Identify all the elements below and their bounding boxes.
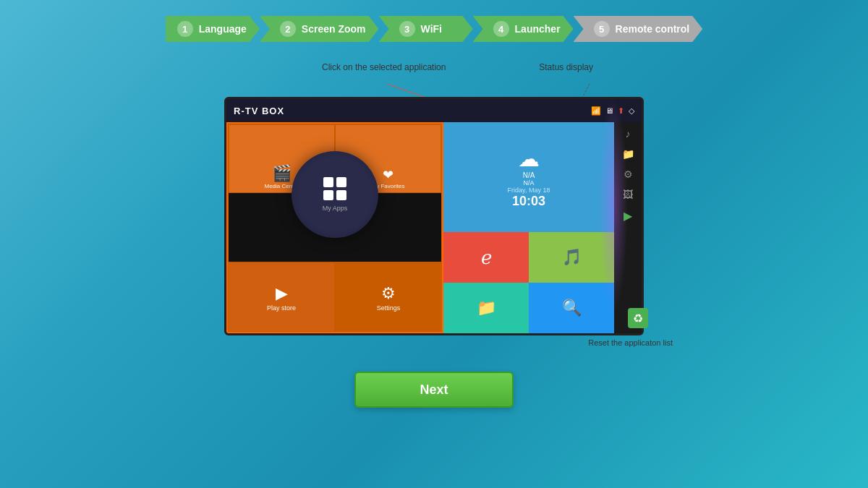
wizard-step-5[interactable]: 5 Remote control: [574, 16, 703, 42]
sidebar-music-icon[interactable]: ♪: [626, 128, 631, 140]
step-number-4: 4: [493, 21, 509, 37]
reset-label: Reset the applicaton list: [588, 338, 673, 347]
app-tile-explore[interactable]: 🔍: [529, 283, 614, 333]
sidebar-settings-icon[interactable]: ⚙: [624, 168, 633, 180]
browser-icon: ℯ: [481, 247, 492, 269]
tv-weather-widget: ☁ N/A N/A Friday, May 18 10:03: [443, 122, 614, 232]
click-annotation-label: Click on the selected application: [322, 62, 446, 72]
tv-body: 🎬 Media Center ❤ My Favorites M: [226, 122, 642, 333]
app-tile-playstore[interactable]: ▶ Play store: [228, 262, 335, 332]
step-number-5: 5: [594, 21, 610, 37]
sidebar-photo-icon[interactable]: 🖼: [623, 189, 633, 200]
weather-time: 10:03: [512, 194, 545, 209]
step-number-1: 1: [177, 21, 193, 37]
step-label-3: WiFi: [421, 23, 442, 35]
annotation-area: Click on the selected application Status…: [210, 62, 658, 84]
wizard-step-2[interactable]: 2 Screen Zoom: [260, 16, 379, 42]
wizard-step-1[interactable]: 1 Language: [166, 16, 260, 42]
weather-cloud-icon: ☁: [518, 146, 540, 171]
tv-bottom-right-tiles: ℯ 🎵 📁 🔍: [443, 232, 614, 333]
next-button[interactable]: Next: [354, 372, 514, 408]
weather-na2: N/A: [523, 179, 534, 187]
tv-header: R-TV BOX 📶 🖥 ⬆ ◇: [226, 99, 642, 122]
tv-screen: R-TV BOX 📶 🖥 ⬆ ◇ 🎬 Med: [224, 97, 644, 335]
cast-icon: ⬆: [618, 106, 624, 116]
wizard-step-3[interactable]: 3 WiFi: [379, 16, 473, 42]
sidebar-folder-icon[interactable]: 📁: [622, 148, 634, 160]
playstore-icon: ▶: [276, 286, 288, 301]
step-label-1: Language: [199, 23, 247, 35]
tv-apps-grid[interactable]: 🎬 Media Center ❤ My Favorites M: [226, 122, 443, 333]
status-annotation-label: Status display: [539, 62, 593, 72]
music-icon: 🎵: [562, 248, 582, 267]
app-tile-music[interactable]: 🎵: [529, 232, 614, 283]
wizard-step-4[interactable]: 4 Launcher: [473, 16, 574, 42]
step-label-2: Screen Zoom: [302, 23, 366, 35]
tv-status-icons: 📶 🖥 ⬆ ◇: [591, 106, 634, 116]
playstore-label: Play store: [267, 304, 296, 312]
screen-icon: 🖥: [605, 106, 613, 115]
app-tile-center[interactable]: 🎬 Media Center ❤ My Favorites M: [228, 124, 442, 262]
tv-right-panel: ☁ N/A N/A Friday, May 18 10:03 ℯ 🎵: [443, 122, 614, 333]
my-apps-circle[interactable]: My Apps: [292, 151, 378, 238]
reset-button[interactable]: ♻: [628, 308, 648, 328]
sidebar-play-icon[interactable]: ▶: [624, 209, 632, 223]
step-number-3: 3: [399, 21, 415, 37]
settings-label: Settings: [377, 304, 401, 312]
app-tile-browser[interactable]: ℯ: [443, 232, 529, 283]
next-button-container: Next: [0, 372, 868, 408]
weather-na1: N/A: [523, 171, 535, 179]
apps-grid-icon: [323, 177, 346, 200]
main-content: Click on the selected application Status…: [0, 62, 868, 335]
weather-date: Friday, May 18: [508, 187, 550, 194]
wizard-bar: 1 Language 2 Screen Zoom 3 WiFi 4 Launch…: [0, 0, 868, 55]
files-icon: 📁: [477, 299, 496, 317]
wifi-icon: 📶: [591, 106, 601, 116]
tv-sidebar: ♪ 📁 ⚙ 🖼 ▶: [614, 122, 642, 333]
screen-outer: R-TV BOX 📶 🖥 ⬆ ◇ 🎬 Med: [210, 84, 658, 335]
step-label-5: Remote control: [616, 23, 690, 35]
explore-icon: 🔍: [562, 299, 582, 317]
app-tile-settings[interactable]: ⚙ Settings: [335, 262, 442, 332]
bt-icon: ◇: [629, 106, 634, 116]
tv-logo: R-TV BOX: [234, 106, 284, 116]
settings-icon: ⚙: [381, 286, 396, 301]
step-number-2: 2: [280, 21, 296, 37]
my-apps-label: My Apps: [323, 205, 348, 212]
step-label-4: Launcher: [515, 23, 561, 35]
app-tile-files[interactable]: 📁: [443, 283, 529, 333]
